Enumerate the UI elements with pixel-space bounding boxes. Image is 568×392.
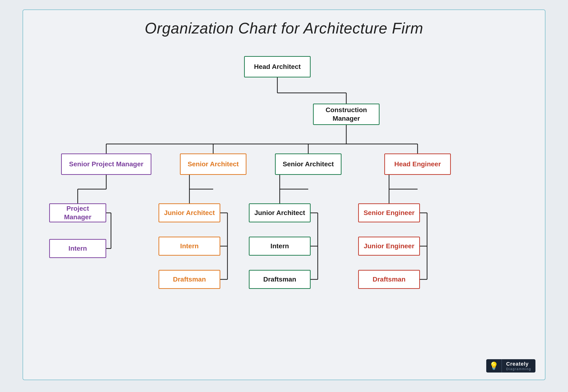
creately-sub: Diagramming — [506, 367, 531, 371]
head-engineer-node: Head Engineer — [384, 154, 451, 175]
draftsman-eng-node: Draftsman — [358, 270, 420, 289]
senior-architect-2-node: Senior Architect — [275, 154, 341, 175]
intern-arch-1-node: Intern — [158, 237, 220, 256]
creately-logo: 💡 creately Diagramming — [486, 359, 535, 373]
intern-arch-2-node: Intern — [249, 237, 311, 256]
junior-architect-1-node: Junior Architect — [158, 203, 220, 222]
construction-manager-node: Construction Manager — [313, 104, 380, 125]
senior-engineer-node: Senior Engineer — [358, 203, 420, 222]
chart-area: Head Architect Construction Manager Seni… — [37, 51, 531, 360]
head-architect-node: Head Architect — [244, 56, 311, 77]
project-manager-node: Project Manager — [49, 203, 106, 222]
intern-pm-node: Intern — [49, 239, 106, 258]
creately-text-container: creately Diagramming — [502, 359, 535, 373]
page-wrapper: Organization Chart for Architecture Firm — [23, 10, 545, 380]
chart-title: Organization Chart for Architecture Firm — [37, 19, 531, 37]
bulb-icon: 💡 — [489, 361, 499, 370]
creately-bulb-container: 💡 — [486, 359, 501, 372]
junior-architect-2-node: Junior Architect — [249, 203, 311, 222]
creately-name: creately — [506, 361, 531, 367]
draftsman-2-node: Draftsman — [249, 270, 311, 289]
senior-architect-1-node: Senior Architect — [180, 154, 246, 175]
junior-engineer-node: Junior Engineer — [358, 237, 420, 256]
draftsman-1-node: Draftsman — [158, 270, 220, 289]
senior-project-manager-node: Senior Project Manager — [61, 154, 151, 175]
